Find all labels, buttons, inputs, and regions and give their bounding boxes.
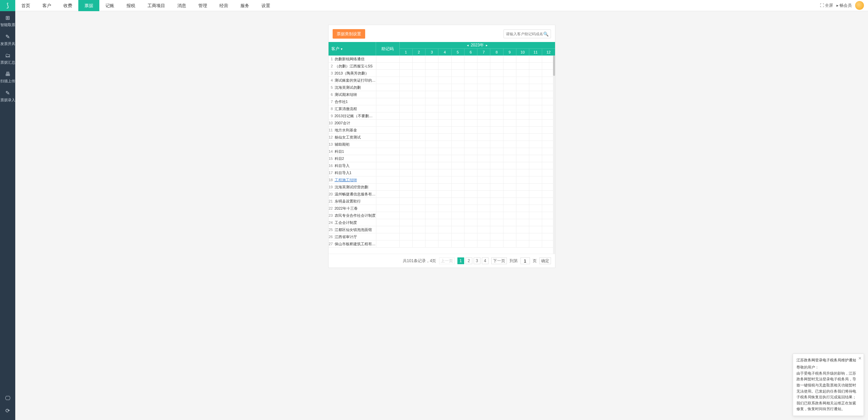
cell[interactable] <box>529 91 542 98</box>
cell[interactable] <box>504 77 516 84</box>
cell[interactable] <box>477 70 490 77</box>
col-client[interactable]: 客户 ▾ <box>329 42 376 56</box>
cell[interactable] <box>529 191 542 197</box>
cell[interactable] <box>426 134 438 141</box>
cell[interactable] <box>400 63 413 69</box>
cell[interactable] <box>465 127 477 133</box>
close-icon[interactable]: ✕ <box>858 355 862 362</box>
cell[interactable] <box>490 98 503 105</box>
cell[interactable] <box>529 120 542 126</box>
cell[interactable] <box>465 70 477 77</box>
pager-page-input[interactable] <box>520 257 530 264</box>
cell[interactable] <box>400 141 413 148</box>
pager-prev[interactable]: 上一页 <box>439 257 455 264</box>
cell[interactable] <box>413 219 426 226</box>
cell[interactable] <box>465 148 477 155</box>
cell[interactable] <box>504 134 516 141</box>
cell[interactable] <box>400 219 413 226</box>
cell[interactable] <box>438 148 451 155</box>
cell[interactable] <box>400 226 413 233</box>
cell[interactable] <box>529 226 542 233</box>
cell[interactable] <box>504 141 516 148</box>
cell[interactable] <box>413 212 426 219</box>
cell[interactable] <box>490 219 503 226</box>
cell[interactable] <box>477 98 490 105</box>
cell[interactable] <box>413 226 426 233</box>
cell[interactable] <box>529 205 542 212</box>
cell[interactable] <box>490 56 503 62</box>
cell[interactable] <box>490 77 503 84</box>
pager-page-1[interactable]: 1 <box>457 257 464 264</box>
sidebar-bottom-item-0[interactable]: 🖵 <box>0 392 15 404</box>
cell[interactable] <box>529 105 542 112</box>
cell[interactable] <box>452 84 465 91</box>
cell[interactable] <box>452 77 465 84</box>
cell[interactable] <box>426 212 438 219</box>
topnav-item-6[interactable]: 工商项目 <box>141 0 171 11</box>
cell[interactable] <box>490 240 503 247</box>
cell[interactable] <box>516 162 529 169</box>
cell[interactable] <box>465 84 477 91</box>
cell[interactable] <box>400 184 413 190</box>
cell[interactable] <box>438 141 451 148</box>
cell[interactable] <box>438 205 451 212</box>
cell[interactable] <box>516 198 529 205</box>
cell[interactable] <box>465 240 477 247</box>
sidebar-bottom-item-1[interactable]: ⟳ <box>0 404 15 417</box>
cell[interactable] <box>516 77 529 84</box>
cell[interactable] <box>477 212 490 219</box>
cell[interactable] <box>413 112 426 119</box>
cell[interactable] <box>413 56 426 62</box>
cell[interactable] <box>490 141 503 148</box>
cell[interactable] <box>438 162 451 169</box>
cell[interactable] <box>465 141 477 148</box>
cell[interactable] <box>438 169 451 176</box>
cell[interactable] <box>490 169 503 176</box>
cell[interactable] <box>490 191 503 197</box>
cell[interactable] <box>504 226 516 233</box>
cell[interactable] <box>477 105 490 112</box>
cell[interactable] <box>504 105 516 112</box>
cell[interactable] <box>516 120 529 126</box>
cell[interactable] <box>504 184 516 190</box>
pager-confirm[interactable]: 确定 <box>539 257 551 264</box>
cell[interactable] <box>529 77 542 84</box>
cell[interactable] <box>465 155 477 162</box>
cell[interactable] <box>504 56 516 62</box>
sidebar-item-3[interactable]: 🖶扫描上传 <box>0 68 15 86</box>
cell[interactable] <box>452 105 465 112</box>
member-button[interactable]: ▸ 畅会员 <box>836 3 852 8</box>
cell[interactable] <box>452 240 465 247</box>
cell[interactable] <box>438 198 451 205</box>
cell[interactable] <box>426 219 438 226</box>
cell[interactable] <box>490 91 503 98</box>
cell[interactable] <box>452 191 465 197</box>
cell[interactable] <box>452 63 465 69</box>
cell[interactable] <box>438 91 451 98</box>
cell[interactable] <box>504 191 516 197</box>
cell[interactable] <box>516 134 529 141</box>
cell[interactable] <box>465 226 477 233</box>
cell[interactable] <box>426 127 438 133</box>
cell[interactable] <box>490 155 503 162</box>
cell[interactable] <box>504 120 516 126</box>
cell[interactable] <box>413 77 426 84</box>
cell[interactable] <box>413 134 426 141</box>
cell[interactable] <box>504 162 516 169</box>
cell[interactable] <box>400 198 413 205</box>
cell[interactable] <box>504 148 516 155</box>
cell[interactable] <box>516 169 529 176</box>
avatar[interactable] <box>855 1 864 10</box>
cell[interactable] <box>452 112 465 119</box>
cell[interactable] <box>477 162 490 169</box>
cell[interactable] <box>438 134 451 141</box>
cell[interactable] <box>516 70 529 77</box>
cell[interactable] <box>438 56 451 62</box>
cell[interactable] <box>438 184 451 190</box>
cell[interactable] <box>490 198 503 205</box>
cell[interactable] <box>413 205 426 212</box>
cell[interactable] <box>490 184 503 190</box>
cell[interactable] <box>400 176 413 183</box>
cell[interactable] <box>465 212 477 219</box>
cell[interactable] <box>516 56 529 62</box>
